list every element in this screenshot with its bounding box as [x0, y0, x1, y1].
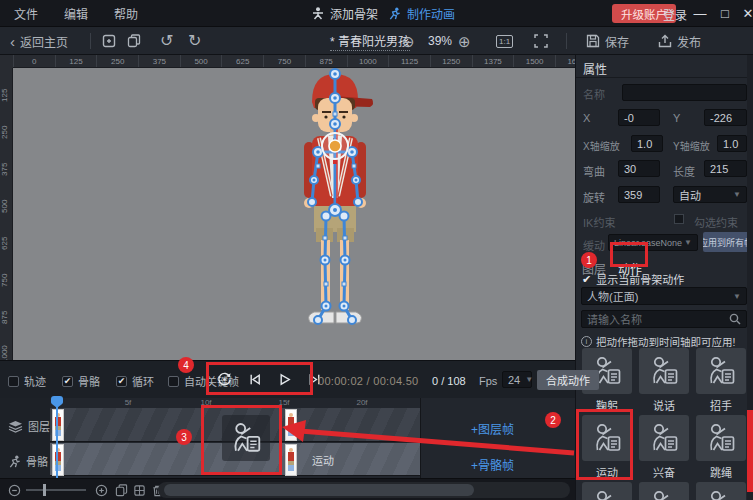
- action-tile[interactable]: [639, 482, 689, 500]
- action-item[interactable]: [696, 482, 746, 500]
- minimize-button[interactable]: —: [688, 0, 712, 27]
- save-button[interactable]: 保存: [586, 27, 629, 55]
- action-tile[interactable]: [639, 415, 689, 461]
- action-item[interactable]: 兴奋: [639, 415, 689, 478]
- checkbox-checked[interactable]: ✔: [116, 376, 127, 387]
- ruler-tick: 1000: [347, 55, 389, 67]
- name-field[interactable]: [622, 84, 747, 101]
- copy-frame-button[interactable]: [115, 479, 128, 500]
- character-figure[interactable]: [272, 68, 398, 360]
- fullscreen-icon: [534, 34, 548, 48]
- action-figure-icon: [591, 490, 623, 500]
- character-select[interactable]: 人物(正面) ▼: [581, 287, 747, 305]
- rotate-field[interactable]: 359: [618, 186, 660, 203]
- check-icon: ✔: [582, 273, 591, 286]
- publish-button[interactable]: 发布: [658, 27, 701, 55]
- rotate-label: 旋转: [583, 189, 605, 205]
- keyframe-thumbnail[interactable]: [285, 409, 297, 441]
- fps-select[interactable]: 24 ▼: [502, 371, 532, 388]
- paste-frame-button[interactable]: [133, 479, 146, 500]
- new-frame-button[interactable]: [102, 27, 116, 55]
- action-tile[interactable]: [582, 482, 632, 500]
- length-field[interactable]: 215: [704, 160, 747, 177]
- ik-checkbox[interactable]: [674, 214, 684, 224]
- action-item[interactable]: [639, 482, 689, 500]
- playhead-handle[interactable]: [51, 396, 63, 408]
- redo-icon: ↻: [188, 33, 201, 49]
- search-input[interactable]: 请输入名称: [581, 310, 747, 328]
- action-tile[interactable]: [639, 348, 689, 394]
- timeline-zoom-in-button[interactable]: [95, 479, 108, 500]
- make-animation-button[interactable]: 制作动画: [388, 5, 455, 22]
- add-layer-frame-button[interactable]: +图层帧: [471, 420, 514, 437]
- menu-item[interactable]: 文件: [14, 5, 38, 22]
- checkbox-unchecked[interactable]: [168, 376, 179, 387]
- back-home-button[interactable]: ‹ 返回主页: [10, 27, 68, 55]
- stage-canvas[interactable]: 0125250375500625750875100011251250137515…: [0, 55, 575, 360]
- action-item[interactable]: 跳绳: [696, 415, 746, 478]
- scrollbar-thumb[interactable]: [164, 484, 474, 496]
- toggle-skeleton[interactable]: ✔ 骨骼: [62, 373, 100, 389]
- undo-button[interactable]: ↺: [160, 27, 173, 55]
- x-label: X: [583, 112, 590, 124]
- ruler-corner: [0, 55, 13, 68]
- selected-joint[interactable]: [329, 140, 341, 152]
- toggle-loop[interactable]: ✔ 循环: [116, 373, 154, 389]
- ruler-tick: 375: [138, 55, 180, 67]
- runner-icon: [388, 7, 401, 20]
- frame-tick: 5f: [89, 398, 167, 408]
- checkbox-checked[interactable]: ✔: [62, 376, 73, 387]
- layer-row-header[interactable]: 图层: [8, 418, 50, 434]
- add-skeleton-label: 添加骨架: [330, 5, 378, 22]
- frame-counter: 0 / 108: [432, 375, 466, 387]
- fps-label: Fps: [479, 375, 497, 387]
- compose-action-button[interactable]: 合成动作: [537, 370, 599, 390]
- add-bone-frame-button[interactable]: +骨骼帧: [471, 456, 514, 473]
- action-item[interactable]: 招手: [696, 348, 746, 411]
- action-tile[interactable]: [696, 482, 746, 500]
- timeline-zoom-slider[interactable]: [26, 479, 86, 500]
- timeline-zoom-out-button[interactable]: [8, 479, 21, 500]
- keyframe-thumbnail[interactable]: [52, 409, 64, 441]
- maximize-button[interactable]: □: [713, 0, 737, 27]
- duplicate-button[interactable]: [127, 27, 141, 55]
- zoom-in-button[interactable]: ⊕: [458, 27, 471, 55]
- playhead[interactable]: [56, 398, 58, 478]
- trajectory-label: 轨迹: [24, 373, 46, 389]
- y-field[interactable]: -226: [704, 109, 747, 126]
- menu-item[interactable]: 编辑: [64, 5, 88, 22]
- apply-all-button[interactable]: 应用到所有帧: [703, 232, 749, 252]
- zoom-out-button[interactable]: ⊖: [402, 27, 415, 55]
- x-field[interactable]: -0: [618, 109, 660, 126]
- zoom-out-icon: ⊖: [402, 34, 415, 49]
- annotation-box-motion-action: [576, 409, 633, 480]
- ruler-tick: 375: [0, 151, 13, 188]
- add-skeleton-button[interactable]: 添加骨架: [312, 5, 378, 22]
- rotate-mode-select[interactable]: 自动 ▼: [673, 186, 747, 203]
- action-figure-icon: [705, 356, 737, 386]
- action-tile[interactable]: [696, 348, 746, 394]
- menu-item[interactable]: 帮助: [114, 5, 138, 22]
- close-button[interactable]: ✕: [736, 0, 753, 27]
- redo-button[interactable]: ↻: [188, 27, 201, 55]
- keyframe-thumbnail[interactable]: [52, 444, 64, 476]
- actual-size-button[interactable]: 1:1: [496, 27, 513, 55]
- bend-field[interactable]: 30: [618, 160, 660, 177]
- ruler-tick: 1125: [388, 55, 430, 67]
- action-tile[interactable]: [696, 415, 746, 461]
- scale-x-field[interactable]: 1.0: [631, 135, 663, 152]
- action-item[interactable]: 说话: [639, 348, 689, 411]
- keyframe-thumbnail[interactable]: [285, 444, 297, 476]
- action-item[interactable]: [582, 482, 632, 500]
- action-figure-icon: [705, 423, 737, 453]
- annotation-badge-3: 3: [176, 429, 192, 445]
- bone-row-header[interactable]: 骨骼: [8, 453, 48, 469]
- scale-y-field[interactable]: 1.0: [717, 135, 747, 152]
- toggle-trajectory[interactable]: 轨迹: [8, 373, 46, 389]
- ruler-tick: 1375: [472, 55, 514, 67]
- slider-handle[interactable]: [43, 484, 46, 496]
- show-current-toggle[interactable]: ✔ 显示当前骨架动作: [582, 271, 684, 287]
- login-button[interactable]: 登录: [663, 6, 687, 23]
- fullscreen-button[interactable]: [534, 27, 548, 55]
- checkbox-unchecked[interactable]: [8, 376, 19, 387]
